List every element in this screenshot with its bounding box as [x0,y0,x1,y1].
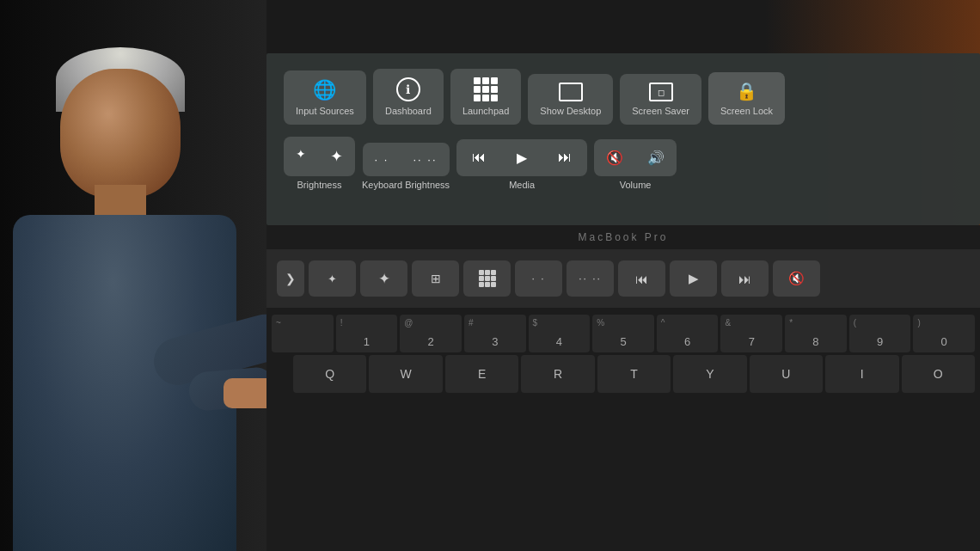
cs-screen-lock[interactable]: 🔒 Screen Lock [708,72,785,125]
screen-lock-label: Screen Lock [720,106,773,116]
input-sources-icon: 🌐 [313,79,336,101]
cs-brightness-high[interactable]: ✦ [318,137,355,176]
control-strip-panel: 🌐 Input Sources ℹ Dashboard Launchpad Sh… [266,53,980,205]
tb-chevron[interactable]: ❯ [277,260,304,297]
key-w[interactable]: W [369,355,442,393]
media-label: Media [509,180,535,190]
key-e[interactable]: E [445,355,518,393]
tb-mute[interactable]: 🔇 [773,260,820,297]
tb-launchpad[interactable] [463,260,511,297]
tb-kb-low[interactable]: · · [515,260,562,297]
tb-rewind[interactable]: ⏮ [618,260,665,297]
dashboard-icon: ℹ [396,77,420,101]
cs-forward[interactable]: ⏭ [542,139,587,176]
cs-dashboard[interactable]: ℹ Dashboard [373,69,444,125]
dashboard-label: Dashboard [385,106,432,116]
cs-kb-brightness-high[interactable]: ·· ·· [401,143,449,176]
key-5[interactable]: % 5 [592,315,654,352]
key-t[interactable]: T [597,355,671,393]
cs-keyboard-brightness-group: · · ·· ·· Keyboard Brightness [362,143,450,190]
cs-screen-saver[interactable]: ◻ Screen Saver [620,74,701,125]
cs-brightness-group: ✦ ✦ Brightness [284,137,355,190]
cs-launchpad[interactable]: Launchpad [450,69,521,125]
key-0[interactable]: ) 0 [913,315,975,352]
touch-bar: ❯ ✦ ✦ ⊞ · · ·· ·· ⏮ ▶ ⏭ 🔇 [266,249,980,308]
brightness-label: Brightness [297,180,342,190]
key-3[interactable]: # 3 [464,315,526,352]
cs-brightness-low[interactable]: ✦ [284,137,318,176]
key-y[interactable]: Y [673,355,746,393]
tb-brightness-low[interactable]: ✦ [309,260,356,297]
key-9[interactable]: ( 9 [849,315,911,352]
key-r[interactable]: R [521,355,594,393]
keyboard-number-row: ~ ! 1 @ 2 # 3 $ 4 % 5 ^ 6 & 7 [272,315,975,352]
tb-windows[interactable]: ⊞ [412,260,459,297]
tb-play[interactable]: ▶ [670,260,717,297]
key-q[interactable]: Q [293,355,366,393]
key-2[interactable]: @ 2 [400,315,462,352]
keyboard-qwerty-row: Q W E R T Y U I O [293,355,975,393]
cs-rewind[interactable]: ⏮ [456,139,501,176]
screen-lock-icon: 🔒 [736,81,757,101]
key-o[interactable]: O [902,355,975,393]
key-i[interactable]: I [825,355,898,393]
keyboard-brightness-label: Keyboard Brightness [362,180,450,190]
tb-kb-high[interactable]: ·· ·· [567,260,614,297]
cs-kb-brightness-low[interactable]: · · [363,143,401,176]
show-desktop-label: Show Desktop [540,106,601,116]
keyboard: ~ ! 1 @ 2 # 3 $ 4 % 5 ^ 6 & 7 [266,308,980,551]
cs-play[interactable]: ▶ [501,139,542,176]
tb-forward[interactable]: ⏭ [721,260,769,297]
key-tilde[interactable]: ~ [272,315,334,352]
cs-mute[interactable]: 🔇 [594,139,635,176]
screen-saver-icon: ◻ [649,83,673,101]
cs-volume-up[interactable]: 🔊 [635,139,677,176]
cs-volume-group: 🔇 🔊 Volume [594,139,677,190]
launchpad-icon [474,77,498,101]
cs-input-sources[interactable]: 🌐 Input Sources [284,70,366,125]
volume-label: Volume [620,180,652,190]
screen-saver-label: Screen Saver [632,106,689,116]
presenter-figure [0,0,266,551]
macbook-label-bar: MacBook Pro [266,225,980,249]
key-4[interactable]: $ 4 [529,315,591,352]
cs-row-2: ✦ ✦ Brightness · · ·· ·· Keyboard Bright… [284,137,963,190]
cs-media-group: ⏮ ▶ ⏭ Media [456,139,587,190]
macbook-screen: 🌐 Input Sources ℹ Dashboard Launchpad Sh… [266,53,980,225]
key-u[interactable]: U [750,355,823,393]
cs-row-1: 🌐 Input Sources ℹ Dashboard Launchpad Sh… [284,69,963,125]
macbook-pro-label: MacBook Pro [578,231,668,243]
input-sources-label: Input Sources [296,106,354,116]
key-7[interactable]: & 7 [720,315,782,352]
key-8[interactable]: * 8 [785,315,847,352]
key-1[interactable]: ! 1 [336,315,398,352]
key-6[interactable]: ^ 6 [657,315,719,352]
show-desktop-icon [559,83,583,101]
launchpad-label: Launchpad [462,106,509,116]
tb-brightness-high[interactable]: ✦ [360,260,407,297]
cs-show-desktop[interactable]: Show Desktop [528,74,613,125]
